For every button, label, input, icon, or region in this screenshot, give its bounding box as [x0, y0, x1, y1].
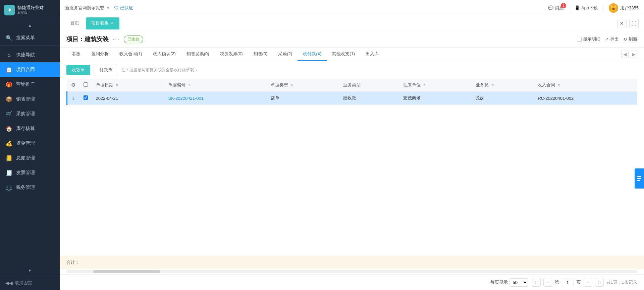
sub-tab-sales-invoice[interactable]: 销售发票(0) [181, 48, 215, 61]
sub-tab-purchase[interactable]: 采购(2) [273, 48, 298, 61]
refresh-btn[interactable]: ↻ 刷新 [624, 36, 637, 42]
tab-fullscreen-btn[interactable]: ⛶ [629, 19, 639, 28]
tab-project-board[interactable]: 项目看板 ✕ [86, 17, 119, 29]
tab-close-btn[interactable]: ✕ [617, 19, 627, 28]
workspace-selector[interactable]: 新服务官网演示账套 ▼ [65, 5, 110, 11]
pay-btn[interactable]: 付款单 [94, 65, 118, 75]
scroll-down-arrow[interactable]: ▼ [26, 267, 33, 274]
float-panel-btn[interactable] [635, 168, 644, 189]
sort-type-icon[interactable]: ⇅ [290, 83, 293, 87]
svg-rect-1 [637, 178, 641, 179]
page-next-btn[interactable]: ＞ [584, 278, 592, 287]
project-icon: 📋 [5, 66, 13, 73]
sidebar-item-marketing[interactable]: 🎁 营销推广 [0, 77, 60, 92]
project-header: 项目：建筑安装 ··· 已生效 显示明细 ↗ 导出 ↻ 刷新 [60, 31, 644, 48]
sidebar-item-ledger[interactable]: 📒 总账管理 [0, 151, 60, 165]
gift-icon: 🎁 [5, 81, 13, 88]
page-first-btn[interactable]: ⟨⟨ [532, 278, 541, 287]
sidebar-scroll-down[interactable]: ▼ [0, 266, 60, 276]
sub-tab-receive-pay[interactable]: 收付款(4) [298, 48, 327, 61]
tab-home[interactable]: 首页 [65, 16, 85, 31]
logo-icon: ✦ [4, 5, 15, 15]
project-more-btn[interactable]: ··· [113, 36, 120, 43]
sidebar-item-invoice[interactable]: 🧾 发票管理 [0, 165, 60, 180]
th-income-contract: 收入合同 ⇅ [534, 79, 637, 92]
th-type: 单据类型 ⇅ [267, 79, 339, 92]
page-number-input[interactable] [562, 279, 574, 286]
cart-icon: 🛒 [5, 110, 13, 118]
row-checkbox[interactable] [84, 95, 88, 100]
sub-tab-tax-invoice[interactable]: 税务发票(0) [215, 48, 248, 61]
sidebar-item-sales[interactable]: 📦 销售管理 [0, 92, 60, 106]
home-icon: ⌂ [5, 51, 13, 59]
scroll-thumb[interactable] [93, 270, 160, 273]
sort-salesperson-icon[interactable]: ⇅ [491, 83, 494, 87]
sidebar-item-quick-nav[interactable]: ⌂ 快捷导航 [0, 48, 60, 62]
app-download-btn[interactable]: 📱 App下载 [575, 5, 598, 11]
content-area: 收款单 付款单 注：这里是与项目关联的全部收付款单哦～ ⚙ [60, 61, 644, 290]
project-status-badge: 已生效 [124, 35, 143, 43]
sidebar-item-project-contract[interactable]: 📋 项目合同 [0, 62, 60, 77]
select-all-checkbox[interactable] [84, 82, 88, 87]
scroll-area [60, 269, 644, 274]
settings-gear-btn[interactable]: ⚙ [71, 82, 75, 88]
page-content: 项目：建筑安装 ··· 已生效 显示明细 ↗ 导出 ↻ 刷新 [60, 31, 644, 290]
float-panel-icon [637, 174, 642, 183]
page-last-btn[interactable]: ⟩⟩ [595, 278, 604, 287]
receive-btn[interactable]: 收款单 [66, 65, 90, 75]
page-prev-btn[interactable]: ＜ [543, 278, 552, 287]
sidebar-item-purchase[interactable]: 🛒 采购管理 [0, 106, 60, 121]
verified-badge: 🛡 已认证 [114, 5, 133, 11]
sub-tab-next-btn[interactable]: ▶ [630, 51, 637, 58]
page-size-dropdown[interactable]: 50 100 200 [509, 278, 528, 287]
page-size-select: 每页显示 50 100 200 [490, 278, 529, 287]
sub-tab-in-out[interactable]: 出入库 [360, 48, 384, 61]
sidebar-cancel-pin[interactable]: ◀◀ 取消固定 [0, 276, 60, 290]
th-partner: 往来单位 ⇅ [399, 79, 472, 92]
invoice-icon: 🧾 [5, 169, 13, 176]
project-label: 项目：建筑安装 [66, 35, 109, 43]
search-icon: 🔍 [5, 34, 13, 42]
show-detail-checkbox[interactable] [577, 37, 582, 42]
message-btn[interactable]: 💬 消息 1 [548, 5, 564, 11]
row-number: SK-20220421-001 [164, 92, 266, 105]
sidebar-item-tax[interactable]: ⚖️ 税务管理 [0, 180, 60, 195]
user-info[interactable]: 🐱 用户3355 [609, 3, 639, 13]
sub-tab-prev-btn[interactable]: ◀ [621, 51, 629, 58]
message-badge: 1 [561, 3, 566, 8]
th-biz-type: 业务类型 [339, 79, 399, 92]
sort-date-icon[interactable]: ⇅ [116, 83, 118, 87]
row-number-link[interactable]: SK-20220421-001 [168, 96, 204, 101]
sub-tab-income-contract[interactable]: 收入合同(1) [114, 48, 148, 61]
sidebar-item-fund[interactable]: 💰 资金管理 [0, 136, 60, 151]
sidebar-item-inventory[interactable]: 🏠 库存核算 [0, 121, 60, 136]
svg-rect-2 [637, 180, 640, 181]
show-detail-btn[interactable]: 显示明细 [577, 36, 600, 42]
table-wrapper: ⚙ 单据日期 ⇅ 单据编号 ⇅ [60, 79, 644, 256]
sub-tab-nav: ◀ ▶ [621, 51, 637, 58]
tab-close-project-board[interactable]: ✕ [111, 21, 114, 25]
sub-tab-income-confirm[interactable]: 收入确认(2) [148, 48, 181, 61]
export-btn[interactable]: ↗ 导出 [605, 36, 619, 42]
main-area: 新服务官网演示账套 ▼ 🛡 已认证 💬 消息 1 📱 App下载 🐱 用 [60, 0, 644, 290]
sub-tab-sales[interactable]: 销售(0) [248, 48, 273, 61]
header-left: 新服务官网演示账套 ▼ 🛡 已认证 [65, 5, 133, 11]
sidebar-scroll-up[interactable]: ▲ [0, 20, 60, 30]
scroll-track [66, 270, 637, 273]
avatar: 🐱 [609, 3, 618, 13]
sub-tab-other-expense[interactable]: 其他收支(1) [327, 48, 360, 61]
sort-partner-icon[interactable]: ⇅ [423, 83, 426, 87]
tabs-bar: 首页 项目看板 ✕ ✕ ⛶ [60, 16, 644, 31]
sub-tab-profit[interactable]: 盈利分析 [86, 48, 114, 61]
th-check [79, 79, 92, 92]
shield-icon: 🛡 [114, 5, 119, 11]
row-date: 2022-04-21 [92, 92, 164, 105]
row-salesperson: 龙妹 [472, 92, 534, 105]
sidebar-item-search[interactable]: 🔍 搜索菜单 [0, 30, 60, 46]
scroll-up-arrow[interactable]: ▲ [26, 22, 33, 29]
sort-number-icon[interactable]: ⇅ [188, 83, 191, 87]
sort-contract-icon[interactable]: ⇅ [558, 83, 560, 87]
sub-tab-kanban[interactable]: 看板 [66, 48, 86, 61]
svg-rect-0 [637, 176, 641, 177]
top-header: 新服务官网演示账套 ▼ 🛡 已认证 💬 消息 1 📱 App下载 🐱 用 [60, 0, 644, 16]
